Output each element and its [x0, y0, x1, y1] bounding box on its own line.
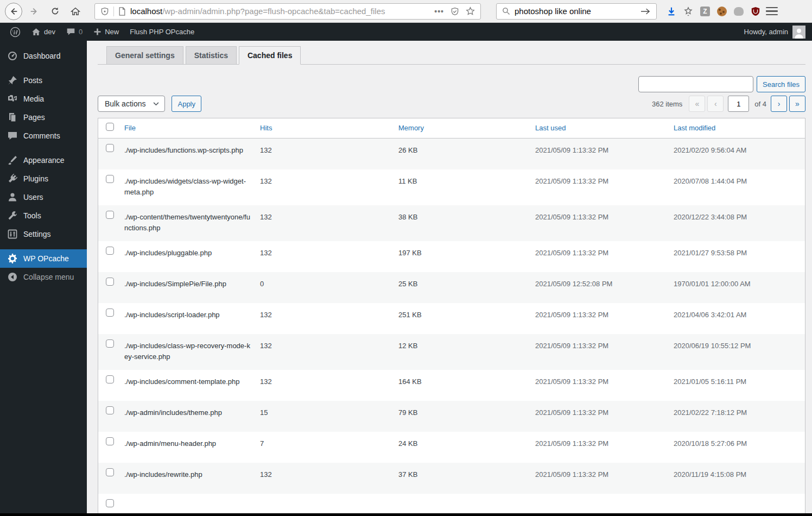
- site-name: dev: [44, 28, 55, 36]
- avatar[interactable]: [792, 26, 805, 39]
- sidebar-item-wp-opcache[interactable]: WP OPcache: [0, 249, 87, 268]
- file-path-cell: ./wp-includes/script-loader.php: [124, 303, 260, 334]
- sidebar-item-media[interactable]: Media: [0, 90, 87, 108]
- browser-forward-button[interactable]: [25, 2, 43, 21]
- extension-star-icon[interactable]: [683, 7, 693, 16]
- first-page-button[interactable]: «: [689, 96, 705, 112]
- row-checkbox[interactable]: [106, 339, 114, 348]
- sidebar-item-posts[interactable]: Posts: [0, 71, 87, 90]
- site-menu[interactable]: dev: [27, 23, 60, 41]
- cookie-extension-icon[interactable]: [717, 7, 727, 16]
- sidebar-item-users[interactable]: Users: [0, 188, 87, 206]
- extension-z-icon[interactable]: Z: [700, 7, 710, 16]
- search-files-button[interactable]: Search files: [757, 76, 805, 92]
- last-used-cell: 2021/05/09 1:13:32 PM: [535, 432, 674, 463]
- row-checkbox[interactable]: [106, 278, 114, 286]
- apply-button[interactable]: Apply: [172, 96, 201, 112]
- howdy-text[interactable]: Howdy, admin: [744, 28, 788, 36]
- sidebar-item-label: Pages: [23, 113, 45, 122]
- files-search-input[interactable]: [638, 76, 753, 92]
- sidebar-item-label: Comments: [23, 131, 60, 140]
- select-all-checkbox[interactable]: [106, 123, 114, 131]
- sidebar-item-dashboard[interactable]: Dashboard: [0, 47, 87, 65]
- sidebar-item-plugins[interactable]: Plugins: [0, 169, 87, 188]
- sidebar-item-settings[interactable]: Settings: [0, 225, 87, 243]
- wp-logo-menu[interactable]: [5, 23, 25, 41]
- browser-search-input[interactable]: [515, 7, 636, 16]
- comments-menu[interactable]: 0: [62, 23, 87, 41]
- url-bar[interactable]: localhost/wp-admin/admin.php?page=flush-…: [94, 3, 481, 20]
- tab-bar: General settings Statistics Cached files: [98, 46, 805, 65]
- last-used-cell: 2021/05/09 1:13:32 PM: [535, 139, 674, 169]
- protections-shield-icon[interactable]: [451, 7, 459, 16]
- last-modified-cell: [674, 494, 805, 513]
- table-row: ./wp-includes/script-loader.php 132 251 …: [98, 303, 805, 334]
- table-row: ./wp-includes/pluggable.php 132 197 KB 2…: [98, 241, 805, 272]
- browser-menu-icon[interactable]: [766, 5, 778, 18]
- sidebar-item-comments[interactable]: Comments: [0, 127, 87, 145]
- last-modified-cell: 2020/11/19 4:15:08 PM: [674, 463, 805, 494]
- dashboard-icon: [7, 51, 18, 61]
- row-checkbox[interactable]: [106, 211, 114, 219]
- memory-cell: 38 KB: [398, 205, 535, 241]
- column-header-last-used[interactable]: Last used: [535, 118, 674, 138]
- current-page-input[interactable]: [728, 96, 749, 112]
- last-used-cell: 2021/05/09 12:52:08 PM: [535, 272, 674, 303]
- admin-sidebar: Dashboard Posts Media Pages Comments App…: [0, 41, 87, 513]
- prev-page-button[interactable]: ‹: [707, 96, 724, 112]
- row-checkbox[interactable]: [106, 437, 114, 445]
- home-icon: [71, 7, 80, 16]
- bulk-actions-select[interactable]: Bulk actions: [98, 96, 165, 112]
- tab-general-settings[interactable]: General settings: [106, 46, 183, 65]
- browser-back-button[interactable]: [4, 2, 23, 21]
- comment-bubble-icon: [66, 27, 75, 36]
- media-icon: [7, 93, 18, 104]
- sidebar-item-label: Users: [23, 193, 43, 202]
- column-header-last-modified[interactable]: Last modified: [674, 118, 805, 138]
- paintbrush-icon: [7, 155, 18, 166]
- memory-cell: 24 KB: [398, 432, 535, 463]
- url-text: localhost/wp-admin/admin.php?page=flush-…: [130, 7, 430, 16]
- browser-search-bar[interactable]: [496, 3, 657, 20]
- column-header-file[interactable]: File: [124, 118, 260, 138]
- tab-statistics[interactable]: Statistics: [186, 46, 237, 65]
- home-icon: [31, 27, 41, 36]
- browser-reload-button[interactable]: [46, 2, 64, 21]
- bulk-actions-label: Bulk actions: [105, 99, 145, 108]
- last-modified-cell: 2021/02/20 9:56:04 AM: [674, 139, 805, 169]
- row-checkbox[interactable]: [106, 375, 114, 383]
- next-page-button[interactable]: ›: [771, 96, 787, 112]
- plug-icon: [7, 173, 18, 184]
- new-content-menu[interactable]: New: [89, 23, 123, 41]
- file-path-cell: ./wp-includes/functions.wp-scripts.php: [124, 139, 260, 169]
- ublock-origin-icon[interactable]: [751, 7, 760, 16]
- page-title-menu[interactable]: Flush PHP OPcache: [125, 23, 199, 41]
- row-checkbox[interactable]: [106, 247, 114, 255]
- column-header-hits[interactable]: Hits: [260, 118, 398, 138]
- column-header-memory[interactable]: Memory: [398, 118, 535, 138]
- row-checkbox[interactable]: [106, 499, 114, 507]
- user-avatar-icon: [793, 27, 805, 39]
- sidebar-item-pages[interactable]: Pages: [0, 108, 87, 127]
- row-checkbox[interactable]: [106, 309, 114, 317]
- last-page-button[interactable]: »: [789, 96, 805, 112]
- last-modified-cell: 2021/01/27 9:53:58 PM: [674, 241, 805, 272]
- sidebar-item-tools[interactable]: Tools: [0, 206, 87, 225]
- sidebar-item-appearance[interactable]: Appearance: [0, 151, 87, 169]
- tab-cached-files[interactable]: Cached files: [239, 46, 301, 65]
- tracking-protection-shield-icon: [100, 7, 109, 16]
- browser-home-button[interactable]: [66, 2, 85, 21]
- row-checkbox[interactable]: [106, 175, 114, 183]
- last-used-cell: 2021/05/09 1:13:32 PM: [535, 334, 674, 370]
- row-checkbox[interactable]: [106, 144, 114, 152]
- hits-cell: 132: [260, 303, 398, 334]
- sidebar-collapse-menu[interactable]: Collapse menu: [0, 268, 87, 286]
- search-go-arrow-icon[interactable]: [640, 7, 651, 16]
- gray-extension-icon[interactable]: [734, 7, 744, 16]
- downloads-icon[interactable]: [667, 7, 676, 16]
- file-path-cell: ./wp-admin/menu-header.php: [124, 432, 260, 463]
- page-actions-icon[interactable]: •••: [434, 7, 444, 16]
- bookmark-star-icon[interactable]: [466, 7, 475, 16]
- row-checkbox[interactable]: [106, 468, 114, 476]
- row-checkbox[interactable]: [106, 406, 114, 414]
